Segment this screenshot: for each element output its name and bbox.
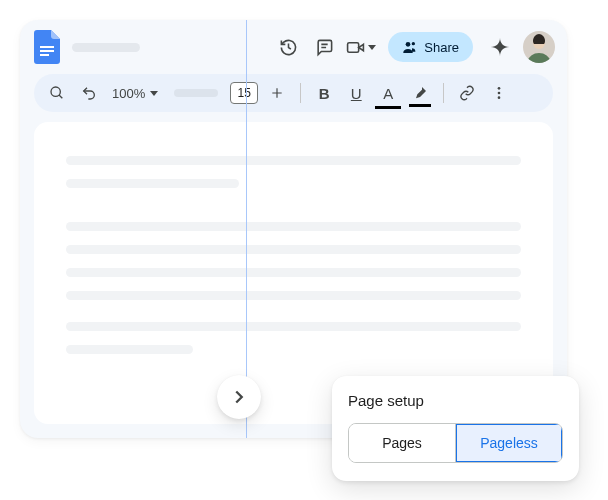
paragraph-placeholder <box>66 222 521 314</box>
toolbar-placeholder <box>174 89 218 97</box>
svg-point-8 <box>412 42 415 45</box>
svg-point-7 <box>406 42 411 47</box>
font-size-increase[interactable] <box>264 80 290 106</box>
toolbar: 100% 15 B U A <box>34 74 553 112</box>
toolbar-divider <box>300 83 301 103</box>
share-label: Share <box>424 40 459 55</box>
bold-button[interactable]: B <box>311 80 337 106</box>
search-icon[interactable] <box>44 80 70 106</box>
svg-point-15 <box>498 87 501 90</box>
undo-icon[interactable] <box>76 80 102 106</box>
svg-rect-2 <box>40 54 49 56</box>
comment-icon[interactable] <box>310 33 338 61</box>
link-button[interactable] <box>454 80 480 106</box>
underline-button[interactable]: U <box>343 80 369 106</box>
chevron-down-icon <box>368 45 376 50</box>
svg-line-12 <box>59 95 62 98</box>
pages-option[interactable]: Pages <box>349 424 455 462</box>
zoom-value: 100% <box>112 86 145 101</box>
gemini-icon[interactable] <box>489 36 511 58</box>
page-setup-title: Page setup <box>348 392 563 409</box>
zoom-select[interactable]: 100% <box>108 86 162 101</box>
paragraph-placeholder <box>66 156 521 202</box>
account-avatar[interactable] <box>523 31 555 63</box>
more-options-icon[interactable] <box>486 80 512 106</box>
svg-rect-1 <box>40 50 54 52</box>
highlight-button[interactable] <box>407 80 433 106</box>
svg-rect-5 <box>348 42 359 52</box>
page-setup-card: Page setup Pages Pageless <box>332 376 579 481</box>
page-setup-segmented: Pages Pageless <box>348 423 563 463</box>
meet-icon[interactable] <box>346 33 376 61</box>
text-color-button[interactable]: A <box>375 80 401 106</box>
chevron-down-icon <box>150 91 158 96</box>
share-button[interactable]: Share <box>388 32 473 62</box>
history-icon[interactable] <box>274 33 302 61</box>
docs-logo[interactable] <box>34 30 60 64</box>
svg-point-16 <box>498 92 501 95</box>
toolbar-divider <box>443 83 444 103</box>
people-icon <box>402 39 418 55</box>
font-size-input[interactable]: 15 <box>230 82 258 104</box>
svg-point-11 <box>51 87 60 96</box>
svg-rect-0 <box>40 46 54 48</box>
titlebar: Share <box>20 20 567 74</box>
doc-title-placeholder[interactable] <box>72 43 140 52</box>
expand-button[interactable] <box>217 375 261 419</box>
paragraph-placeholder <box>66 322 521 368</box>
pageless-option[interactable]: Pageless <box>456 424 562 462</box>
svg-point-17 <box>498 96 501 99</box>
